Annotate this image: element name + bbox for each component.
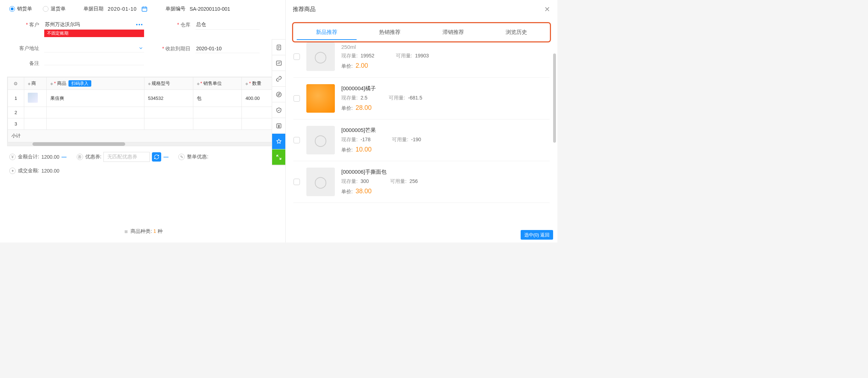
rp-stock-label: 现存量: <box>341 137 358 142</box>
remark-label: 备注 <box>7 60 39 67</box>
duedate-value[interactable]: 2020-01-10 <box>196 46 222 51</box>
rp-item[interactable]: ◯[0000006]手撕面包现存量:300可用量:256单价:38.00 <box>293 161 550 203</box>
rp-checkbox[interactable] <box>293 95 300 102</box>
scan-button[interactable]: 扫码录入 <box>68 80 91 87</box>
kinds-unit: 种 <box>158 228 163 234</box>
rp-item[interactable]: [0000004]橘子现存量:2.5可用量:-681.5单价:28.00 <box>293 78 550 119</box>
rp-item-image: ◯ <box>306 168 335 196</box>
side-expand-icon[interactable] <box>272 149 285 165</box>
row-index: 3 <box>8 118 24 130</box>
row-spec[interactable] <box>144 118 193 130</box>
rp-scrollbar[interactable] <box>553 53 556 143</box>
calendar-icon[interactable] <box>141 6 148 12</box>
rp-price-value: 38.00 <box>356 188 372 195</box>
col-unit[interactable]: 销售单位 <box>203 81 222 86</box>
table-row[interactable]: 2 <box>8 107 279 118</box>
rp-checkbox[interactable] <box>293 53 300 60</box>
rp-stock-value: 2.5 <box>361 95 367 101</box>
kinds-value: 1 <box>153 228 156 234</box>
table-row[interactable]: 3 <box>8 118 279 130</box>
table-hscrollbar[interactable] <box>7 142 278 146</box>
customer-more-icon[interactable]: ••• <box>136 22 143 27</box>
rp-avail-value: -190 <box>411 137 421 142</box>
rp-stock-label: 现存量: <box>341 178 358 184</box>
rp-avail-label: 可用量: <box>396 53 412 58</box>
customer-badge: 不固定账期 <box>44 30 144 37</box>
total-value: 1200.00 <box>41 154 60 160</box>
chevron-down-icon[interactable] <box>138 46 143 51</box>
rp-selected-button[interactable]: 选中(0) 返回 <box>521 230 553 240</box>
order-type-sales[interactable]: 销货单 <box>9 6 32 12</box>
rp-item[interactable]: ◯[0000005]芒果现存量:-178可用量:-190单价:10.00 <box>293 119 550 161</box>
col-product[interactable]: 商品 <box>57 81 66 86</box>
rp-avail-label: 可用量: <box>390 178 407 184</box>
side-star-icon[interactable] <box>272 134 285 149</box>
rp-item-name: [0000006]手撕面包 <box>341 169 550 175</box>
duedate-label: 收款到期日 <box>158 46 190 52</box>
rp-item-image <box>306 84 335 113</box>
doc-date-value[interactable]: 2020-01-10 <box>108 6 137 12</box>
rp-item[interactable]: ◯250ml现存量:19952可用量:19903单价:2.00 <box>293 42 550 78</box>
row-thumb <box>24 118 47 130</box>
refresh-button[interactable] <box>152 152 161 162</box>
coupon-label: 优惠券: <box>85 154 102 160</box>
dash-icon: — <box>62 154 67 160</box>
order-type-return[interactable]: 退货单 <box>43 6 66 12</box>
rp-price-label: 单价: <box>341 189 353 194</box>
rp-price-value: 10.00 <box>356 146 372 153</box>
rp-item-image: ◯ <box>306 126 335 154</box>
rp-avail-value: 256 <box>409 178 418 184</box>
side-swap-icon[interactable] <box>272 87 285 102</box>
row-unit[interactable] <box>193 107 242 118</box>
row-product[interactable] <box>47 107 144 118</box>
items-table: ⚙ ◆商 ◆* 商品扫码录入 ◆规格型号 ◆* 销售单位 ◆* 数量 1果倍爽5… <box>7 77 278 146</box>
rp-item-image: ◯ <box>306 42 335 71</box>
customer-value[interactable]: 苏州万达沃尔玛 <box>45 21 80 28</box>
col-spec[interactable]: 规格型号 <box>152 81 170 86</box>
row-unit[interactable]: 包 <box>193 90 242 107</box>
rp-avail-value: -681.5 <box>408 95 422 101</box>
coupon-input[interactable]: 无匹配优惠券 <box>103 152 150 162</box>
row-spec[interactable]: 534532 <box>144 90 193 107</box>
side-money-icon[interactable] <box>272 118 285 134</box>
col-merchant[interactable]: 商 <box>31 81 36 86</box>
row-unit[interactable] <box>193 118 242 130</box>
side-chart-icon[interactable] <box>272 55 285 71</box>
gear-icon[interactable]: ⚙ <box>14 81 18 86</box>
coupon-icon: 券 <box>77 154 83 160</box>
col-qty[interactable]: 数量 <box>252 81 261 86</box>
row-thumb <box>24 90 47 107</box>
row-spec[interactable] <box>144 107 193 118</box>
doc-no-value: SA-20200110-001 <box>190 6 230 12</box>
dash-icon: — <box>163 154 168 160</box>
rp-checkbox[interactable] <box>293 137 300 143</box>
discount-icon: ✎ <box>178 154 185 160</box>
row-product[interactable] <box>47 118 144 130</box>
rp-stock-value: -178 <box>361 137 371 142</box>
side-link-icon[interactable] <box>272 71 285 87</box>
warehouse-value[interactable]: 总仓 <box>196 21 206 28</box>
rp-price-label: 单价: <box>341 105 353 111</box>
rp-checkbox[interactable] <box>293 179 300 185</box>
doc-date-label: 单据日期 <box>83 6 103 12</box>
rp-tab-3[interactable]: 浏览历史 <box>487 25 547 39</box>
svg-rect-0 <box>142 7 147 11</box>
radio-icon <box>9 6 15 12</box>
subtotal-label: 小计 <box>8 130 279 142</box>
svg-point-3 <box>276 92 281 97</box>
rp-avail-value: 19903 <box>415 53 429 58</box>
order-type-sales-label: 销货单 <box>17 6 32 12</box>
rp-tab-0[interactable]: 新品推荐 <box>297 25 357 40</box>
rp-tab-2[interactable]: 滞销推荐 <box>423 25 483 39</box>
rp-tab-1[interactable]: 热销推荐 <box>360 25 420 39</box>
close-icon[interactable]: ✕ <box>544 5 550 14</box>
kinds-icon: ⊞ <box>123 228 129 235</box>
row-product[interactable]: 果倍爽 <box>47 90 144 107</box>
table-row[interactable]: 1果倍爽534532包400.00 <box>8 90 279 107</box>
row-thumb <box>24 107 47 118</box>
side-qc-icon[interactable] <box>272 102 285 118</box>
side-doc-icon[interactable] <box>272 40 285 55</box>
rp-price-label: 单价: <box>341 63 353 69</box>
rp-stock-label: 现存量: <box>341 95 358 101</box>
rp-price-value: 2.00 <box>356 62 368 69</box>
